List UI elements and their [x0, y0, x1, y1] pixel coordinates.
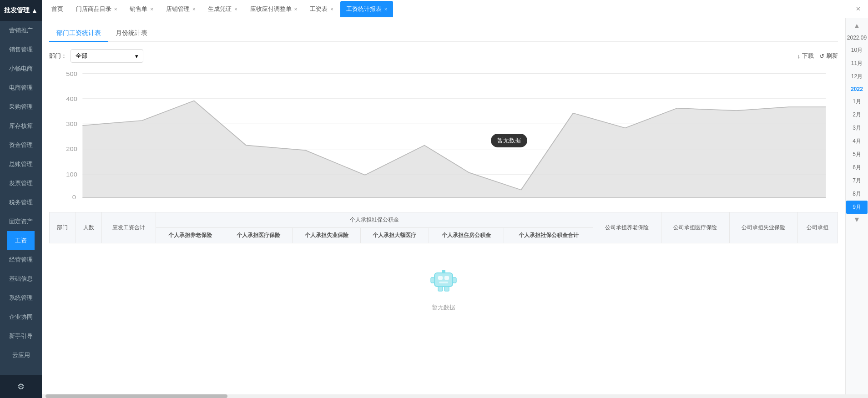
timeline-item-2022[interactable]: 2022 — [846, 83, 868, 95]
sidebar-item-云应用[interactable]: 云应用 — [7, 346, 35, 365]
tab-工资统计报表[interactable]: 工资统计报表× — [340, 1, 393, 17]
sidebar-item-基础信息[interactable]: 基础信息 — [7, 269, 35, 288]
timeline-up-nav[interactable]: ▲ — [852, 20, 863, 32]
sidebar-item-总账管理[interactable]: 总账管理 — [7, 155, 35, 174]
tab-销售单[interactable]: 销售单× — [124, 1, 159, 17]
tab-close-icon[interactable]: × — [114, 6, 117, 12]
toolbar: 部门： 全部 ▾ ↓ 下载 ↺ 刷新 — [49, 49, 838, 63]
timeline-item-11月[interactable]: 11月 — [846, 57, 868, 70]
sidebar-item-小畅电商[interactable]: 小畅电商 — [7, 59, 35, 78]
content-area: 部门工资统计表月份统计表 部门： 全部 ▾ ↓ 下载 ↺ — [42, 18, 868, 394]
tab-close-icon[interactable]: × — [384, 6, 387, 12]
close-all-icon: ✕ — [856, 5, 861, 12]
timeline-item-5月[interactable]: 5月 — [846, 148, 868, 161]
svg-rect-16 — [439, 282, 448, 283]
refresh-button[interactable]: ↺ 刷新 — [819, 52, 838, 60]
tab-应收应付调整单[interactable]: 应收应付调整单× — [244, 1, 303, 17]
tab-close-icon[interactable]: × — [192, 6, 195, 12]
sidebar-collapse-icon: ▲ — [31, 7, 38, 14]
tab-close-icon[interactable]: × — [294, 6, 297, 12]
svg-rect-19 — [453, 277, 456, 283]
sub-tab-部门工资统计表[interactable]: 部门工资统计表 — [49, 25, 108, 42]
sidebar-item-新手引导[interactable]: 新手引导 — [7, 327, 35, 346]
data-table: 部门 人数 应发工资合计 个人承担社保公积金 公司承担养老保险 公司承担医疗保险… — [49, 212, 838, 243]
sidebar-item-采购管理[interactable]: 采购管理 — [7, 97, 35, 116]
sidebar-settings[interactable]: ⚙ — [0, 375, 42, 398]
sidebar-title[interactable]: 批发管理 ▲ — [0, 0, 42, 21]
sidebar-item-发票管理[interactable]: 发票管理 — [7, 174, 35, 193]
dept-select[interactable]: 全部 ▾ — [71, 49, 143, 63]
timeline-item-10月[interactable]: 10月 — [846, 44, 868, 57]
dept-chevron-icon: ▾ — [135, 53, 138, 60]
chart-container: 500 400 300 200 100 0 暂 — [49, 68, 838, 205]
col-p-medical: 个人承担医疗保险 — [224, 228, 293, 243]
timeline-item-6月[interactable]: 6月 — [846, 161, 868, 174]
close-all-button[interactable]: ✕ — [852, 4, 864, 14]
empty-icon — [425, 262, 462, 298]
col-company-medical: 公司承担医疗保险 — [661, 212, 729, 243]
svg-rect-14 — [438, 276, 443, 280]
sidebar-title-text: 批发管理 — [4, 6, 30, 15]
empty-state: 暂无数据 — [49, 243, 838, 330]
tab-生成凭证[interactable]: 生成凭证× — [202, 1, 243, 17]
timeline-item-3月[interactable]: 3月 — [846, 121, 868, 135]
col-p-total: 个人承担社保公积金合计 — [504, 228, 593, 243]
svg-rect-15 — [444, 276, 449, 280]
timeline-item-7月[interactable]: 7月 — [846, 174, 868, 187]
sidebar-item-销售管理[interactable]: 销售管理 — [7, 40, 35, 59]
timeline-item-4月[interactable]: 4月 — [846, 135, 868, 148]
sidebar-item-经营管理[interactable]: 经营管理 — [7, 250, 35, 269]
refresh-icon: ↺ — [819, 53, 824, 60]
main-area: 首页门店商品目录×销售单×店铺管理×生成凭证×应收应付调整单×工资表×工资统计报… — [42, 0, 868, 398]
sub-tab-月份统计表[interactable]: 月份统计表 — [108, 25, 155, 42]
svg-text:400: 400 — [66, 96, 77, 102]
tab-工资表[interactable]: 工资表× — [304, 1, 339, 17]
sidebar-item-电商管理[interactable]: 电商管理 — [7, 78, 35, 97]
timeline-item-1月[interactable]: 1月 — [846, 95, 868, 108]
sidebar-item-固定资产[interactable]: 固定资产 — [7, 212, 35, 231]
sidebar-item-工资[interactable]: 工资 — [7, 231, 35, 250]
tab-close-icon[interactable]: × — [150, 6, 153, 12]
tab-list: 首页门店商品目录×销售单×店铺管理×生成凭证×应收应付调整单×工资表×工资统计报… — [45, 1, 393, 17]
tab-店铺管理[interactable]: 店铺管理× — [160, 1, 201, 17]
timeline-panel: ▲ 2022.0910月11月12月20221月2月3月4月5月6月7月8月9月… — [845, 18, 868, 394]
col-group-personal: 个人承担社保公积金 — [156, 212, 593, 228]
col-company-other: 公司承担 — [797, 212, 838, 243]
sidebar-item-企业协同[interactable]: 企业协同 — [7, 307, 35, 327]
col-count: 人数 — [76, 212, 102, 243]
timeline-down-nav[interactable]: ▼ — [852, 214, 863, 226]
col-company-pension: 公司承担养老保险 — [593, 212, 661, 243]
timeline-item-2022.09[interactable]: 2022.09 — [846, 32, 868, 44]
sidebar-item-营销推广[interactable]: 营销推广 — [7, 21, 35, 40]
svg-rect-21 — [444, 287, 449, 291]
tab-close-icon[interactable]: × — [234, 6, 237, 12]
svg-rect-20 — [438, 287, 443, 291]
dept-filter: 部门： 全部 ▾ — [49, 49, 143, 63]
tab-门店商品目录[interactable]: 门店商品目录× — [70, 1, 123, 17]
sidebar-item-税务管理[interactable]: 税务管理 — [7, 193, 35, 212]
settings-icon: ⚙ — [17, 382, 25, 391]
sidebar-item-资金管理[interactable]: 资金管理 — [7, 136, 35, 155]
col-p-pension: 个人承担养老保险 — [156, 228, 224, 243]
empty-text: 暂无数据 — [432, 303, 455, 312]
tab-close-icon[interactable]: × — [330, 6, 333, 12]
col-dept: 部门 — [50, 212, 76, 243]
data-table-wrapper: 部门 人数 应发工资合计 个人承担社保公积金 公司承担养老保险 公司承担医疗保险… — [49, 212, 838, 387]
svg-text:500: 500 — [66, 71, 77, 77]
timeline-item-12月[interactable]: 12月 — [846, 70, 868, 83]
svg-rect-18 — [431, 277, 434, 283]
dept-label: 部门： — [49, 52, 67, 60]
bottom-scrollbar[interactable] — [42, 394, 868, 398]
sidebar-item-库存核算[interactable]: 库存核算 — [7, 116, 35, 136]
download-button[interactable]: ↓ 下载 — [797, 52, 814, 60]
timeline-item-9月[interactable]: 9月 — [846, 201, 868, 214]
download-icon: ↓ — [797, 53, 801, 60]
sidebar-item-系统管理[interactable]: 系统管理 — [7, 288, 35, 307]
tab-首页[interactable]: 首页 — [45, 1, 69, 17]
timeline-item-2月[interactable]: 2月 — [846, 108, 868, 121]
timeline-item-8月[interactable]: 8月 — [846, 187, 868, 201]
download-label: 下载 — [802, 52, 814, 60]
col-company-unemploy: 公司承担失业保险 — [729, 212, 797, 243]
tab-bar: 首页门店商品目录×销售单×店铺管理×生成凭证×应收应付调整单×工资表×工资统计报… — [42, 0, 868, 18]
page-content: 部门工资统计表月份统计表 部门： 全部 ▾ ↓ 下载 ↺ — [42, 18, 845, 394]
